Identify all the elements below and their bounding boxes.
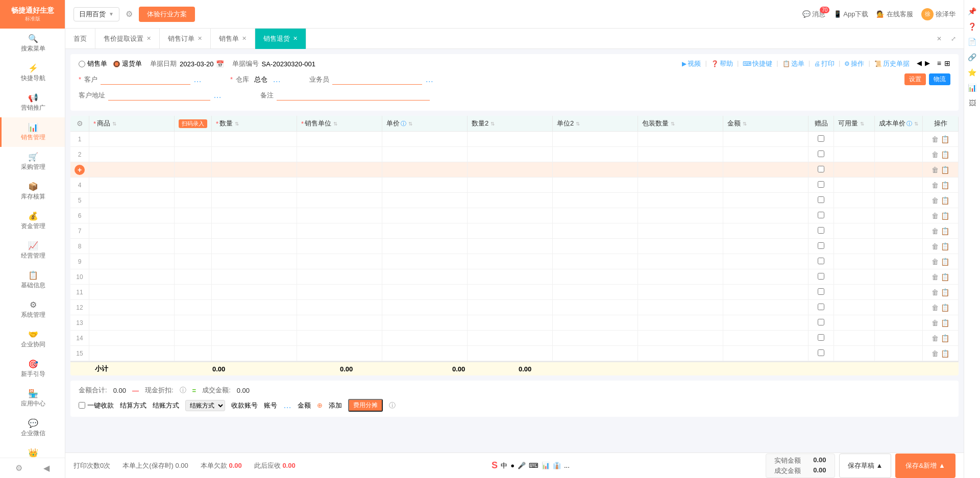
unit-input-10[interactable] [301,273,378,281]
copy-icon-15[interactable]: 📋 [941,349,949,358]
print-link[interactable]: 🖨 打印 [814,59,835,68]
row-unit-5[interactable] [297,193,382,208]
amount-input-13[interactable] [727,319,804,326]
row-unit2-7[interactable] [553,223,638,239]
row-pkgqty-3[interactable] [638,162,723,178]
goods-input-12[interactable] [93,304,170,311]
row-price-10[interactable] [382,269,468,285]
row-goods-1[interactable] [89,132,175,147]
copy-icon-3[interactable]: 📋 [941,166,949,174]
tab-销售退货[interactable]: 销售退货✕ [255,29,306,49]
right-sidebar-btn-btn1[interactable]: 📌 [965,4,979,18]
row-qty2-3[interactable] [468,162,553,178]
qty2-input-15[interactable] [472,350,548,357]
row-qty2-15[interactable] [468,346,553,361]
amount-input-15[interactable] [727,350,804,357]
pkgqty-input-12[interactable] [642,304,719,311]
unit2-input-1[interactable] [557,136,633,143]
row-goods-8[interactable] [89,239,175,254]
row-unit-9[interactable] [297,254,382,269]
settings-icon[interactable]: ⚙ [15,463,22,473]
goods-input-13[interactable] [93,319,170,326]
row-goods-5[interactable] [89,193,175,208]
right-sidebar-btn-btn6[interactable]: 📊 [965,81,979,95]
gift-checkbox-8[interactable] [818,242,824,249]
row-amount-15[interactable] [723,346,808,361]
pkgqty-input-11[interactable] [642,289,719,296]
delete-icon-9[interactable]: 🗑 [932,258,939,266]
unit2-input-7[interactable] [557,228,633,235]
delete-icon-2[interactable]: 🗑 [932,150,939,159]
save-new-button[interactable]: 保存&新增 ▲ [895,454,955,478]
price-input-15[interactable] [386,350,463,357]
delete-icon-11[interactable]: 🗑 [932,288,939,296]
goods-input-4[interactable] [93,182,170,189]
tab-close-icon[interactable]: ✕ [198,35,202,42]
row-pkgqty-11[interactable] [638,285,723,300]
row-price-9[interactable] [382,254,468,269]
delete-icon-10[interactable]: 🗑 [932,273,939,281]
row-unit2-8[interactable] [553,239,638,254]
row-price-6[interactable] [382,208,468,223]
th-unit2-sort[interactable]: ⇅ [576,121,580,127]
row-qty-10[interactable] [212,269,297,285]
row-pkgqty-14[interactable] [638,331,723,346]
industry-select[interactable]: 日用百货 ▼ [74,7,119,21]
th-available-sort[interactable]: ⇅ [860,121,864,127]
row-price-3[interactable] [382,162,468,178]
gift-checkbox-13[interactable] [818,319,824,325]
pkgqty-input-3[interactable] [642,166,719,173]
sidebar-item-sales[interactable]: 📊销售管理 [0,117,65,147]
unit2-input-2[interactable] [557,151,633,158]
sum-method-select[interactable]: 结账方式 [185,400,225,411]
staff-input[interactable] [332,74,422,85]
row-gift-11[interactable] [808,285,834,300]
operate-link[interactable]: ⚙ 操作 [844,59,864,68]
row-goods-15[interactable] [89,346,175,361]
tab-销售单[interactable]: 销售单✕ [211,29,255,49]
radio-tuihuo-input[interactable] [113,61,120,67]
row-amount-3[interactable] [723,162,808,178]
discount-help-icon[interactable]: ⓘ [180,386,186,395]
row-unit-11[interactable] [297,285,382,300]
unit-input-5[interactable] [301,197,378,204]
unit2-input-15[interactable] [557,350,633,357]
radio-tuihuo[interactable]: 退货单 [113,59,142,68]
row-qty2-5[interactable] [468,193,553,208]
row-qty-7[interactable] [212,223,297,239]
goods-input-11[interactable] [93,289,170,296]
goods-input-5[interactable] [93,197,170,204]
row-unit2-3[interactable] [553,162,638,178]
row-price-8[interactable] [382,239,468,254]
row-unit2-14[interactable] [553,331,638,346]
unit-input-11[interactable] [301,289,378,296]
row-unit-7[interactable] [297,223,382,239]
delete-icon-13[interactable]: 🗑 [932,319,939,327]
qty-input-9[interactable] [216,258,292,265]
gift-checkbox-3[interactable] [818,166,824,172]
message-badge[interactable]: 💬 70 消息 [802,10,826,19]
qty2-input-6[interactable] [472,212,548,219]
gift-checkbox-6[interactable] [818,212,824,218]
fee-split-button[interactable]: 费用分摊 [348,399,383,412]
copy-icon-12[interactable]: 📋 [941,304,949,312]
pkgqty-input-9[interactable] [642,258,719,265]
sidebar-item-operations[interactable]: 📈经营管理 [0,236,65,265]
row-pkgqty-1[interactable] [638,132,723,147]
row-amount-12[interactable] [723,300,808,315]
amount-input-3[interactable] [727,166,804,173]
copy-icon-2[interactable]: 📋 [941,150,949,159]
th-costprice-sort[interactable]: ⇅ [914,121,918,127]
amount-input-8[interactable] [727,243,804,250]
unit-input-2[interactable] [301,151,378,158]
sidebar-item-marketing[interactable]: 📢营销推广 [0,88,65,117]
row-qty-15[interactable] [212,346,297,361]
pkgqty-input-8[interactable] [642,243,719,250]
amount-input-10[interactable] [727,273,804,281]
row-amount-5[interactable] [723,193,808,208]
customer-input[interactable] [101,74,190,85]
row-qty-1[interactable] [212,132,297,147]
row-goods-6[interactable] [89,208,175,223]
qty2-input-2[interactable] [472,151,548,158]
unit2-input-10[interactable] [557,273,633,281]
